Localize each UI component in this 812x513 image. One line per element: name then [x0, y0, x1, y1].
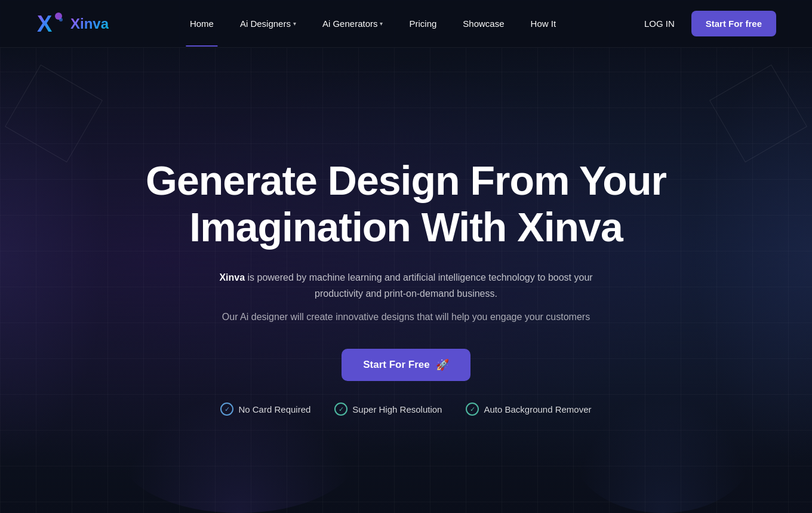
badge-bg-remover-label: Auto Background Remover [484, 404, 591, 414]
brand-logo[interactable]: X Xinva [36, 9, 109, 39]
start-for-free-hero-button[interactable]: Start For Free 🚀 [342, 349, 470, 381]
nav-pricing[interactable]: Pricing [398, 14, 447, 33]
hero-brand-name: Xinva [219, 272, 245, 282]
brand-name: Xinva [70, 16, 109, 32]
badge-bg-remover: ✓ Auto Background Remover [466, 403, 591, 416]
hero-subtitle2: Our Ai designer will create innovative d… [222, 309, 590, 325]
hero-section: Generate Design From Your Imagination Wi… [0, 48, 812, 513]
svg-text:X: X [37, 11, 53, 36]
login-button[interactable]: LOG IN [637, 14, 682, 33]
nav-ai-designers[interactable]: Ai Designers ▾ [229, 14, 307, 33]
logo-icon: X [36, 9, 66, 39]
ai-designers-chevron-icon: ▾ [293, 20, 296, 27]
check-icon-1: ✓ [220, 403, 233, 416]
nav-home[interactable]: Home [179, 14, 224, 33]
check-icon-2: ✓ [334, 403, 347, 416]
nav-ai-generators[interactable]: Ai Generators ▾ [312, 14, 394, 33]
badge-high-res-label: Super High Resolution [352, 404, 442, 414]
badge-no-card-label: No Card Required [238, 404, 310, 414]
check-icon-3: ✓ [466, 403, 479, 416]
nav-how-it[interactable]: How It [520, 14, 567, 33]
badge-high-res: ✓ Super High Resolution [334, 403, 442, 416]
hero-subtitle-text: is powered by machine learning and artif… [245, 272, 593, 299]
svg-point-2 [59, 18, 63, 21]
hero-badges: ✓ No Card Required ✓ Super High Resoluti… [220, 403, 591, 416]
navbar: X Xinva Home Ai Designers ▾ Ai Generator… [0, 0, 812, 48]
start-for-free-nav-button[interactable]: Start For free [691, 11, 776, 37]
hero-title: Generate Design From Your Imagination Wi… [137, 157, 675, 250]
ai-generators-chevron-icon: ▾ [380, 20, 383, 27]
hero-subtitle: Xinva is powered by machine learning and… [203, 269, 609, 302]
nav-showcase[interactable]: Showcase [452, 14, 515, 33]
nav-right: LOG IN Start For free [637, 11, 776, 37]
rocket-icon: 🚀 [436, 358, 449, 371]
nav-links: Home Ai Designers ▾ Ai Generators ▾ Pric… [179, 14, 567, 33]
badge-no-card: ✓ No Card Required [220, 403, 310, 416]
